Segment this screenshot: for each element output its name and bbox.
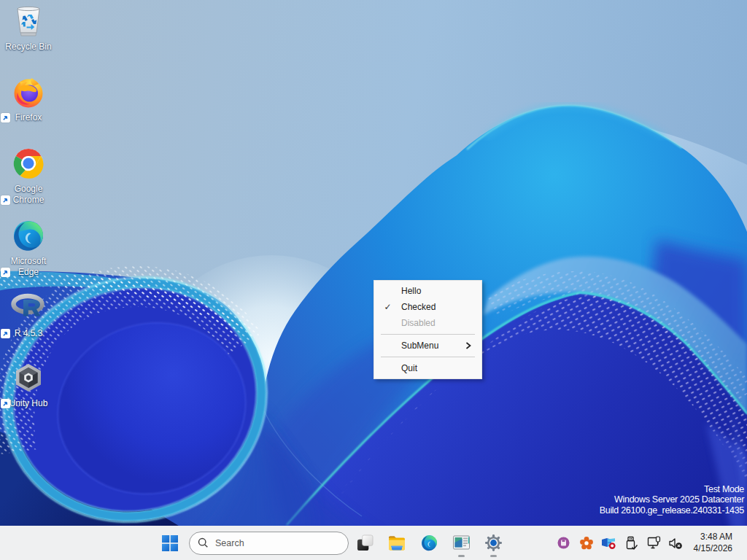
task-view-button[interactable] xyxy=(349,526,381,560)
app-window-icon xyxy=(452,534,471,552)
r-icon xyxy=(11,290,46,325)
desktop-icon-firefox[interactable]: Firefox xyxy=(1,74,56,123)
app-window-button[interactable] xyxy=(445,526,477,560)
edge-icon xyxy=(420,534,438,552)
tray-network-icon[interactable] xyxy=(643,533,665,553)
menu-item-disabled: Disabled xyxy=(374,315,481,331)
file-explorer-icon xyxy=(387,534,406,553)
desktop-icon-recycle-bin[interactable]: Recycle Bin xyxy=(1,4,56,52)
watermark-line-2: Windows Server 2025 Datacenter xyxy=(600,494,744,505)
task-view-icon xyxy=(357,534,374,551)
tray-safely-remove-icon[interactable] xyxy=(620,533,643,553)
taskbar-clock[interactable]: 3:48 AM 4/15/2026 xyxy=(692,532,732,554)
desktop-icon-microsoft-edge[interactable]: Microsoft Edge xyxy=(1,218,56,278)
shortcut-arrow-icon xyxy=(1,195,10,205)
taskbar: Search xyxy=(0,526,747,560)
checkmark-icon: ✓ xyxy=(374,302,401,312)
desktop-icon-r[interactable]: R 4.5.3 xyxy=(1,290,56,339)
edge-button[interactable] xyxy=(413,526,445,560)
search-icon xyxy=(198,537,209,548)
settings-button[interactable] xyxy=(477,526,509,560)
menu-item-submenu[interactable]: SubMenu xyxy=(374,338,481,354)
firefox-icon xyxy=(11,74,46,109)
search-box[interactable]: Search xyxy=(189,532,349,555)
running-indicator xyxy=(458,555,465,557)
clock-time: 3:48 AM xyxy=(692,532,732,543)
desktop-icon-label: Unity Hub xyxy=(9,398,48,409)
watermark-line-1: Test Mode xyxy=(600,484,744,494)
desktop-icon-label: Firefox xyxy=(15,112,42,123)
search-placeholder: Search xyxy=(215,538,244,548)
desktop-icon-label: Recycle Bin xyxy=(5,42,51,52)
tray-server-alert-icon[interactable] xyxy=(597,533,620,553)
shortcut-arrow-icon xyxy=(1,113,10,122)
watermark-line-3: Build 26100.ge_release.240331-1435 xyxy=(600,505,744,516)
menu-separator xyxy=(381,357,475,357)
tray-volume-muted-icon[interactable] xyxy=(665,533,686,553)
submenu-arrow-icon xyxy=(465,341,472,353)
desktop-icon-label: R 4.5.3 xyxy=(15,328,43,339)
menu-item-checked[interactable]: ✓ Checked xyxy=(374,299,481,315)
edge-icon xyxy=(11,218,46,253)
tray-purple-app-icon[interactable] xyxy=(552,533,575,553)
start-button[interactable] xyxy=(157,526,183,560)
chrome-icon xyxy=(11,146,46,181)
context-menu: Hello ✓ Checked Disabled SubMenu Quit xyxy=(374,280,482,379)
test-mode-watermark: Test Mode Windows Server 2025 Datacenter… xyxy=(600,484,744,516)
tray-orange-flower-icon[interactable] xyxy=(575,533,597,553)
file-explorer-button[interactable] xyxy=(381,526,413,560)
shortcut-arrow-icon xyxy=(1,399,10,408)
menu-item-quit[interactable]: Quit xyxy=(374,360,481,376)
running-indicator xyxy=(490,555,497,557)
desktop-icon-google-chrome[interactable]: Google Chrome xyxy=(1,146,56,206)
shortcut-arrow-icon xyxy=(1,268,10,277)
windows-logo-icon xyxy=(162,535,178,551)
settings-gear-icon xyxy=(484,534,503,552)
clock-date: 4/15/2026 xyxy=(692,543,732,555)
desktop-icon-unity-hub[interactable]: Unity Hub xyxy=(1,360,56,409)
menu-item-hello[interactable]: Hello xyxy=(374,283,481,299)
shortcut-arrow-icon xyxy=(1,329,10,338)
recycle-bin-icon xyxy=(11,4,46,39)
menu-separator xyxy=(381,334,475,335)
unity-hub-icon xyxy=(11,360,46,395)
